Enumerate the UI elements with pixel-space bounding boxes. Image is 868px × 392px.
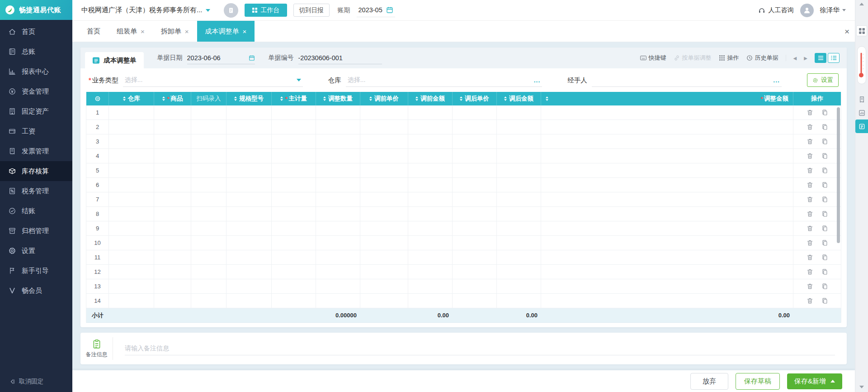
cell-scan[interactable]	[191, 105, 226, 120]
column-header-amt_after[interactable]: 调后金额	[497, 92, 541, 105]
cell-price_before[interactable]	[360, 207, 408, 221]
cell-unit[interactable]	[272, 236, 316, 250]
cell-adjust_amt[interactable]	[541, 294, 793, 308]
cell-price_after[interactable]	[453, 134, 497, 148]
detail-view-button[interactable]	[828, 53, 840, 63]
sort-icon[interactable]	[280, 96, 283, 101]
cell-unit[interactable]	[272, 149, 316, 163]
copy-row-icon[interactable]	[821, 153, 828, 159]
cell-adjust_amt[interactable]	[541, 192, 793, 206]
cell-adjust_amt[interactable]	[541, 250, 793, 264]
cell-qty[interactable]	[316, 149, 360, 163]
save-draft-button[interactable]: 保存草稿	[736, 373, 780, 390]
cell-unit[interactable]	[272, 207, 316, 221]
cell-scan[interactable]	[191, 294, 226, 308]
cell-price_after[interactable]	[453, 250, 497, 264]
adjust-by-doc-button[interactable]: 按单据调整	[674, 54, 712, 62]
cell-qty[interactable]	[316, 178, 360, 192]
cell-amt_before[interactable]	[408, 149, 453, 163]
delete-row-icon[interactable]	[807, 239, 813, 246]
cell-price_before[interactable]	[360, 105, 408, 120]
sidebar-item-invoices[interactable]: 发票管理	[0, 141, 72, 161]
cell-amt_after[interactable]	[497, 120, 541, 134]
copy-row-icon[interactable]	[821, 239, 828, 246]
cell-spec[interactable]	[226, 178, 272, 192]
cell-amt_before[interactable]	[408, 163, 453, 177]
column-header-amt_before[interactable]: 调前金额	[408, 92, 453, 105]
cell-qty[interactable]	[316, 192, 360, 206]
more-icon[interactable]: ...	[773, 77, 780, 83]
cell-adjust_amt[interactable]	[541, 279, 793, 293]
delete-row-icon[interactable]	[807, 297, 813, 304]
sidebar-item-guide[interactable]: 新手引导	[0, 261, 72, 281]
cell-price_before[interactable]	[360, 178, 408, 192]
column-header-unit[interactable]: *主计量	[272, 92, 316, 105]
cell-qty[interactable]	[316, 163, 360, 177]
delete-row-icon[interactable]	[807, 138, 813, 145]
cell-warehouse[interactable]	[109, 279, 154, 293]
sidebar-item-closing[interactable]: 结账	[0, 201, 72, 221]
cell-price_before[interactable]	[360, 294, 408, 308]
delete-row-icon[interactable]	[807, 268, 813, 275]
scroll-up-icon[interactable]	[859, 3, 864, 5]
cell-spec[interactable]	[226, 105, 272, 120]
tab-disassembly[interactable]: 拆卸单×	[153, 21, 197, 42]
cell-spec[interactable]	[226, 120, 272, 134]
cell-price_after[interactable]	[453, 149, 497, 163]
cell-unit[interactable]	[272, 221, 316, 235]
cell-spec[interactable]	[226, 250, 272, 264]
cell-price_before[interactable]	[360, 149, 408, 163]
cell-warehouse[interactable]	[109, 120, 154, 134]
cell-unit[interactable]	[272, 265, 316, 279]
cell-adjust_amt[interactable]	[541, 120, 793, 134]
cell-spec[interactable]	[226, 265, 272, 279]
list-view-button[interactable]	[815, 53, 826, 63]
shortcut-keys-button[interactable]: 快捷键	[640, 54, 666, 62]
sidebar-item-funds[interactable]: 资金管理	[0, 81, 72, 101]
cell-price_after[interactable]	[453, 221, 497, 235]
cell-warehouse[interactable]	[109, 294, 154, 308]
cell-qty[interactable]	[316, 265, 360, 279]
sort-icon[interactable]	[460, 96, 462, 101]
cell-product[interactable]	[154, 134, 191, 148]
cell-unit[interactable]	[272, 279, 316, 293]
cell-amt_after[interactable]	[497, 134, 541, 148]
cell-price_before[interactable]	[360, 279, 408, 293]
copy-row-icon[interactable]	[821, 210, 828, 217]
delete-row-icon[interactable]	[807, 124, 813, 130]
cell-product[interactable]	[154, 163, 191, 177]
sidebar-item-reports[interactable]: 报表中心	[0, 62, 72, 81]
cell-product[interactable]	[154, 221, 191, 235]
copy-row-icon[interactable]	[821, 182, 828, 188]
sidebar-item-tax[interactable]: 税务管理	[0, 181, 72, 201]
cell-warehouse[interactable]	[109, 207, 154, 221]
tab-cost-adjust[interactable]: 成本调整单×	[197, 21, 255, 42]
cell-spec[interactable]	[226, 221, 272, 235]
cell-scan[interactable]	[191, 178, 226, 192]
cell-adjust_amt[interactable]	[541, 163, 793, 177]
sort-icon[interactable]	[369, 96, 372, 101]
cell-price_after[interactable]	[453, 163, 497, 177]
cell-scan[interactable]	[191, 236, 226, 250]
cell-scan[interactable]	[191, 265, 226, 279]
table-scrollbar-thumb[interactable]	[837, 107, 840, 243]
cell-amt_after[interactable]	[497, 265, 541, 279]
cell-unit[interactable]	[272, 294, 316, 308]
sidebar-item-payroll[interactable]: 工资	[0, 121, 72, 141]
workbench-button[interactable]: 工作台	[245, 4, 287, 17]
delete-row-icon[interactable]	[807, 109, 813, 116]
cell-price_before[interactable]	[360, 120, 408, 134]
cell-spec[interactable]	[226, 192, 272, 206]
voucher-panel-button[interactable]	[856, 92, 867, 106]
cell-warehouse[interactable]	[109, 134, 154, 148]
sidebar-item-member[interactable]: 畅会员	[0, 281, 72, 301]
cell-adjust_amt[interactable]	[541, 149, 793, 163]
remark-input[interactable]: 请输入备注信息	[125, 342, 835, 355]
cell-product[interactable]	[154, 105, 191, 120]
sort-icon[interactable]	[234, 96, 237, 101]
scroll-down-icon[interactable]	[859, 386, 864, 388]
cell-price_before[interactable]	[360, 134, 408, 148]
cell-price_after[interactable]	[453, 294, 497, 308]
company-selector[interactable]: 中税网通广泽（天津）税务师事务所有...	[81, 6, 210, 14]
copy-row-icon[interactable]	[821, 138, 828, 145]
